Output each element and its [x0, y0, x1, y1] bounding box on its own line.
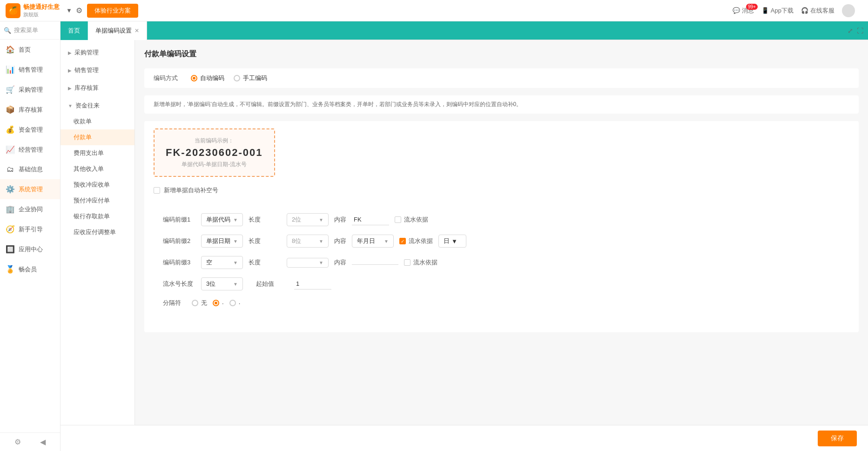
- sub-item-prepay-receive[interactable]: 预收冲应收单: [61, 177, 135, 193]
- prefix1-serial-checkbox[interactable]: 流水依据: [395, 215, 428, 224]
- sidebar-item-basic[interactable]: 🗂 基础信息: [0, 160, 60, 179]
- tab-home[interactable]: 首页: [61, 21, 88, 40]
- sub-group-stock-header[interactable]: ▶ 库存核算: [61, 80, 135, 96]
- sidebar-item-member[interactable]: 🏅 畅会员: [0, 259, 60, 279]
- tab-close-icon[interactable]: ✕: [135, 27, 139, 34]
- sub-item-expense[interactable]: 费用支出单: [61, 145, 135, 161]
- purchase-icon: 🛒: [6, 85, 15, 94]
- nav-dropdown[interactable]: ▼: [64, 7, 72, 14]
- member-icon: 🏅: [6, 265, 15, 274]
- prefix1-content-input[interactable]: FK: [352, 214, 389, 225]
- prefix1-serial-box: [395, 216, 401, 223]
- prefix3-serial-checkbox[interactable]: 流水依据: [404, 258, 437, 267]
- sidebar-item-purchase[interactable]: 🛒 采购管理: [0, 80, 60, 100]
- serial-length-select[interactable]: 3位 ▼: [201, 277, 243, 290]
- code-preview-label: 当前编码示例：: [166, 137, 263, 145]
- manual-encode-radio[interactable]: 手工编码: [234, 74, 267, 82]
- fund-icon: 💰: [6, 125, 15, 134]
- config-section: 编码前缀1 单据代码 ▼ 长度 2位 ▼ 内容: [154, 204, 849, 325]
- sub-item-prepay-pay[interactable]: 预付冲应付单: [61, 193, 135, 209]
- prefix3-select[interactable]: 空 ▼: [201, 256, 243, 269]
- left-sidebar: 🔍 搜索菜单 🏠 首页 📊 销售管理 🛒 采购管理 📦 库存核算 💰 资金管理 …: [0, 21, 61, 451]
- save-button[interactable]: 保存: [818, 431, 857, 446]
- sep-dot2-dot: [229, 300, 236, 306]
- sub-item-receipt[interactable]: 收款单: [61, 114, 135, 129]
- sidebar-item-guide[interactable]: 🧭 新手引导: [0, 219, 60, 239]
- sub-item-adjustment[interactable]: 应收应付调整单: [61, 224, 135, 240]
- prefix2-content-select[interactable]: 年月日 ▼: [352, 235, 394, 248]
- download-action[interactable]: 📱 App下载: [761, 7, 794, 15]
- prefix2-serial-checkbox[interactable]: ✓ 流水依据: [399, 237, 433, 245]
- guide-icon: 🧭: [6, 225, 15, 234]
- prefix1-length-select[interactable]: 2位 ▼: [287, 213, 329, 226]
- prefix2-row: 编码前缀2 单据日期 ▼ 长度 8位 ▼ 内容: [163, 235, 840, 248]
- sep-dot2-radio[interactable]: ·: [229, 300, 241, 307]
- prefix1-select[interactable]: 单据代码 ▼: [201, 213, 243, 226]
- prefix2-content-label: 内容: [334, 237, 346, 245]
- bottom-settings-icon[interactable]: ⚙: [14, 438, 21, 446]
- service-action[interactable]: 🎧 在线客服: [801, 7, 834, 15]
- tab-encode-settings[interactable]: 单据编码设置 ✕: [88, 21, 147, 40]
- sidebar-item-system[interactable]: ⚙️ 系统管理: [0, 179, 60, 199]
- sub-item-bank[interactable]: 银行存取款单: [61, 209, 135, 224]
- arrow-right-icon2: ▶: [68, 68, 72, 73]
- page-title: 付款单编码设置: [144, 49, 859, 59]
- basic-icon: 🗂: [6, 165, 15, 174]
- settings-icon[interactable]: ⚙: [76, 6, 82, 15]
- collapse-icon[interactable]: ◀: [40, 438, 46, 446]
- message-action[interactable]: 💬 消息 99+: [733, 7, 754, 15]
- sub-group-fund-header[interactable]: ▼ 资金往来: [61, 98, 135, 114]
- sub-item-other-income[interactable]: 其他收入单: [61, 161, 135, 177]
- search-menu[interactable]: 🔍 搜索菜单: [0, 21, 60, 40]
- message-badge: 99+: [746, 4, 758, 10]
- auto-encode-dot: [191, 75, 197, 81]
- sidebar-item-fund[interactable]: 💰 资金管理: [0, 120, 60, 140]
- prefix2-serial-box: ✓: [399, 238, 406, 244]
- encode-method-section: 编码方式 自动编码 手工编码: [144, 68, 859, 88]
- sidebar-item-operation[interactable]: 📈 经营管理: [0, 140, 60, 160]
- search-icon: 🔍: [4, 27, 11, 34]
- sub-group-purchase-header[interactable]: ▶ 采购管理: [61, 45, 135, 61]
- tab-actions: ⤢ ⛶: [843, 27, 868, 34]
- sidebar-bottom: ⚙ ◀: [0, 432, 60, 451]
- manual-encode-dot: [234, 75, 240, 81]
- arrow-right-icon: ▶: [68, 50, 72, 55]
- prefix2-length-select[interactable]: 8位 ▼: [287, 235, 329, 248]
- logo-area: 🍊 畅捷通好生意 旗舰版: [6, 3, 60, 18]
- sep-dot-radio[interactable]: ·: [213, 300, 224, 307]
- serial-length-label: 流水号长度: [163, 280, 195, 288]
- avatar[interactable]: [842, 4, 855, 17]
- message-icon: 💬: [733, 7, 740, 14]
- sidebar-item-home[interactable]: 🏠 首页: [0, 40, 60, 60]
- sidebar-item-stock[interactable]: 📦 库存核算: [0, 100, 60, 120]
- new-single-row: 新增单据自动补空号: [154, 186, 849, 195]
- prefix1-length-label: 长度: [249, 215, 281, 224]
- sidebar-item-apps[interactable]: 🔲 应用中心: [0, 239, 60, 259]
- prefix1-label: 编码前缀1: [163, 215, 195, 224]
- sub-group-fund: ▼ 资金往来 收款单 付款单 费用支出单 其他收入单 预收冲应收单 预付冲应付单…: [61, 98, 135, 240]
- sub-group-stock: ▶ 库存核算: [61, 80, 135, 96]
- separator-label: 分隔符: [163, 299, 186, 307]
- prefix2-select[interactable]: 单据日期 ▼: [201, 235, 243, 248]
- sidebar-item-sales[interactable]: 📊 销售管理: [0, 60, 60, 80]
- code-preview-sub: 单据代码-单据日期-流水号: [166, 161, 263, 168]
- sub-sidebar: ▶ 采购管理 ▶ 销售管理 ▶ 库存核算: [61, 40, 135, 425]
- sub-item-payment[interactable]: 付款单: [61, 129, 135, 145]
- auto-encode-radio[interactable]: 自动编码: [191, 74, 224, 82]
- trial-button[interactable]: 体验行业方案: [87, 4, 138, 18]
- sep-none-dot: [192, 300, 198, 306]
- fullscreen-icon[interactable]: ⛶: [857, 27, 863, 34]
- sep-none-radio[interactable]: 无: [192, 299, 207, 307]
- two-pane: ▶ 采购管理 ▶ 销售管理 ▶ 库存核算: [61, 40, 868, 425]
- sub-group-purchase: ▶ 采购管理: [61, 45, 135, 61]
- sub-group-sales-header[interactable]: ▶ 销售管理: [61, 62, 135, 78]
- new-single-checkbox[interactable]: [154, 187, 160, 194]
- prefix3-content-label: 内容: [334, 258, 346, 267]
- prefix3-content-input[interactable]: [352, 261, 398, 265]
- prefix3-length-select[interactable]: ▼: [287, 258, 329, 268]
- header-right: 💬 消息 99+ 📱 App下载 🎧 在线客服: [733, 4, 862, 17]
- sidebar-item-corp[interactable]: 🏢 企业协同: [0, 199, 60, 219]
- prefix2-cycle-select[interactable]: 日 ▼: [438, 235, 466, 248]
- start-value-input[interactable]: 1: [294, 278, 331, 289]
- maximize-icon[interactable]: ⤢: [848, 27, 853, 34]
